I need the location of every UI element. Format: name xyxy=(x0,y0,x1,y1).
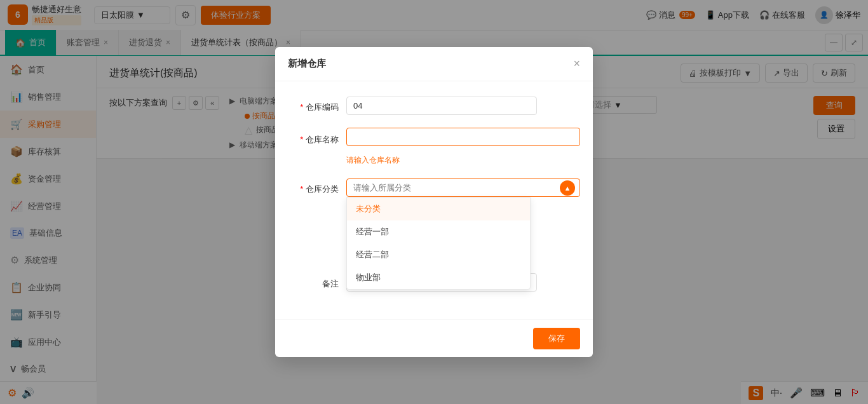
save-button[interactable]: 保存 xyxy=(533,328,580,349)
warehouse-category-input[interactable] xyxy=(346,178,580,197)
modal-body: 仓库编码 仓库名称 请输入仓库名称 xyxy=(275,81,593,320)
modal-footer: 保存 xyxy=(275,320,593,357)
category-dropdown: 未分类 经营一部 经营二部 物业部 xyxy=(346,197,531,290)
modal-title: 新增仓库 xyxy=(288,58,326,70)
note-label: 备注 xyxy=(288,273,339,290)
dropdown-item-dept1[interactable]: 经营一部 xyxy=(347,220,530,243)
modal-overlay[interactable]: 新增仓库 × 仓库编码 仓库名称 xyxy=(0,0,868,404)
warehouse-category-label: 仓库分类 xyxy=(288,178,339,195)
warehouse-name-input[interactable] xyxy=(346,128,580,146)
new-warehouse-modal: 新增仓库 × 仓库编码 仓库名称 xyxy=(275,47,593,357)
warehouse-category-row: 仓库分类 ▲ 未分类 经营一部 经营二部 xyxy=(288,178,580,197)
warehouse-name-row: 仓库名称 请输入仓库名称 xyxy=(288,128,580,166)
dropdown-item-dept2[interactable]: 经营二部 xyxy=(347,243,530,266)
warehouse-code-input[interactable] xyxy=(346,97,537,115)
warehouse-code-label: 仓库编码 xyxy=(288,97,339,113)
warehouse-name-error: 请输入仓库名称 xyxy=(346,156,400,165)
modal-close-button[interactable]: × xyxy=(573,57,580,71)
select-up-arrow-icon[interactable]: ▲ xyxy=(560,180,575,196)
warehouse-category-select-wrapper: ▲ 未分类 经营一部 经营二部 物业部 xyxy=(346,178,580,197)
warehouse-name-label: 仓库名称 xyxy=(288,129,339,145)
warehouse-code-row: 仓库编码 xyxy=(288,97,580,115)
dropdown-item-unclassified[interactable]: 未分类 xyxy=(347,198,530,220)
modal-header: 新增仓库 × xyxy=(275,47,593,81)
dropdown-item-property[interactable]: 物业部 xyxy=(347,266,530,289)
